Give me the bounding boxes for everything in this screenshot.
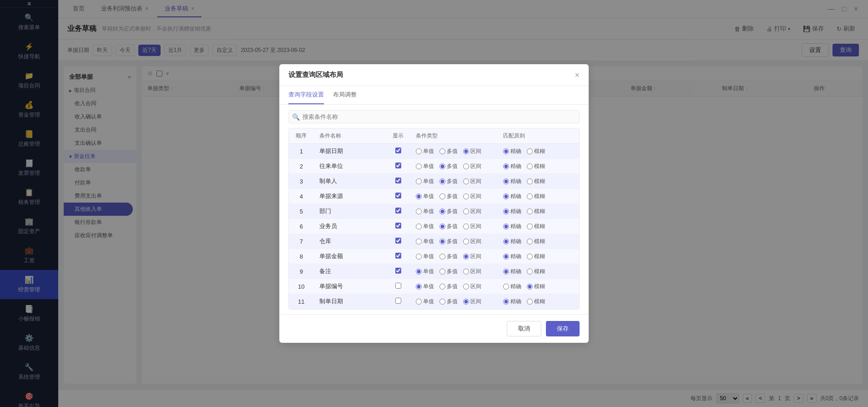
row-condtype-9[interactable]: 单值多值区间 xyxy=(410,264,498,279)
match-模糊-2[interactable]: 模糊 xyxy=(527,163,545,170)
match-模糊-5[interactable]: 模糊 xyxy=(527,208,545,215)
condtype-单值-11[interactable]: 单值 xyxy=(416,298,434,305)
condtype-多值-7[interactable]: 多值 xyxy=(439,238,458,245)
match-模糊-4[interactable]: 模糊 xyxy=(527,193,545,200)
row-condtype-4[interactable]: 单值多值区间 xyxy=(410,189,498,204)
match-模糊-11[interactable]: 模糊 xyxy=(527,298,545,305)
row-condtype-6[interactable]: 单值多值区间 xyxy=(410,219,498,234)
show-checkbox-5[interactable] xyxy=(395,208,401,214)
show-checkbox-11[interactable] xyxy=(395,298,401,304)
match-精确-7[interactable]: 精确 xyxy=(503,238,521,245)
condtype-单值-10[interactable]: 单值 xyxy=(416,283,434,290)
condtype-单值-7[interactable]: 单值 xyxy=(416,238,434,245)
condtype-单值-9[interactable]: 单值 xyxy=(416,268,434,275)
condtype-多值-10[interactable]: 多值 xyxy=(439,283,458,290)
row-match-10[interactable]: 精确模糊 xyxy=(498,279,579,294)
condtype-区间-5[interactable]: 区间 xyxy=(463,208,481,215)
row-show-5[interactable] xyxy=(386,204,410,219)
show-checkbox-4[interactable] xyxy=(395,193,401,198)
condtype-多值-4[interactable]: 多值 xyxy=(439,193,458,200)
match-精确-3[interactable]: 精确 xyxy=(503,178,521,185)
condtype-单值-1[interactable]: 单值 xyxy=(416,148,434,155)
row-condtype-5[interactable]: 单值多值区间 xyxy=(410,204,498,219)
tab-layout-adjust[interactable]: 布局调整 xyxy=(333,86,357,104)
dialog-overlay[interactable]: 设置查询区域布局 × 查询字段设置 布局调整 🔍 xyxy=(0,0,868,407)
row-show-6[interactable] xyxy=(386,219,410,234)
match-精确-6[interactable]: 精确 xyxy=(503,223,521,230)
row-match-5[interactable]: 精确模糊 xyxy=(498,204,579,219)
show-checkbox-10[interactable] xyxy=(395,283,401,289)
condtype-区间-1[interactable]: 区间 xyxy=(463,148,481,155)
row-condtype-1[interactable]: 单值多值区间 xyxy=(410,144,498,159)
tab-query-fields[interactable]: 查询字段设置 xyxy=(288,86,324,104)
condtype-多值-5[interactable]: 多值 xyxy=(439,208,458,215)
match-模糊-7[interactable]: 模糊 xyxy=(527,238,545,245)
row-show-11[interactable] xyxy=(386,294,410,309)
match-模糊-9[interactable]: 模糊 xyxy=(527,268,545,275)
row-match-2[interactable]: 精确模糊 xyxy=(498,159,579,174)
condtype-区间-2[interactable]: 区间 xyxy=(463,163,481,170)
row-show-2[interactable] xyxy=(386,159,410,174)
match-模糊-6[interactable]: 模糊 xyxy=(527,223,545,230)
show-checkbox-2[interactable] xyxy=(395,163,401,168)
row-condtype-11[interactable]: 单值多值区间 xyxy=(410,294,498,309)
match-模糊-10[interactable]: 模糊 xyxy=(527,283,545,290)
row-show-7[interactable] xyxy=(386,234,410,249)
condtype-单值-8[interactable]: 单值 xyxy=(416,253,434,260)
row-match-11[interactable]: 精确模糊 xyxy=(498,294,579,309)
condtype-多值-11[interactable]: 多值 xyxy=(439,298,458,305)
show-checkbox-7[interactable] xyxy=(395,238,401,244)
row-show-1[interactable] xyxy=(386,144,410,159)
row-condtype-7[interactable]: 单值多值区间 xyxy=(410,234,498,249)
match-精确-4[interactable]: 精确 xyxy=(503,193,521,200)
condtype-多值-2[interactable]: 多值 xyxy=(439,163,458,170)
row-show-10[interactable] xyxy=(386,279,410,294)
cancel-button[interactable]: 取消 xyxy=(507,321,541,336)
row-condtype-10[interactable]: 单值多值区间 xyxy=(410,279,498,294)
dialog-save-button[interactable]: 保存 xyxy=(546,321,580,336)
condtype-区间-4[interactable]: 区间 xyxy=(463,193,481,200)
condition-search-input[interactable] xyxy=(288,110,580,123)
dialog-close-button[interactable]: × xyxy=(575,71,580,79)
condtype-区间-8[interactable]: 区间 xyxy=(463,253,481,260)
match-精确-11[interactable]: 精确 xyxy=(503,298,521,305)
match-模糊-8[interactable]: 模糊 xyxy=(527,253,545,260)
show-checkbox-9[interactable] xyxy=(395,268,401,274)
condtype-区间-3[interactable]: 区间 xyxy=(463,178,481,185)
condtype-区间-9[interactable]: 区间 xyxy=(463,268,481,275)
row-match-3[interactable]: 精确模糊 xyxy=(498,174,579,189)
condtype-单值-2[interactable]: 单值 xyxy=(416,163,434,170)
row-match-9[interactable]: 精确模糊 xyxy=(498,264,579,279)
match-精确-1[interactable]: 精确 xyxy=(503,148,521,155)
match-精确-9[interactable]: 精确 xyxy=(503,268,521,275)
row-show-8[interactable] xyxy=(386,249,410,264)
match-精确-2[interactable]: 精确 xyxy=(503,163,521,170)
row-condtype-8[interactable]: 单值多值区间 xyxy=(410,249,498,264)
condtype-区间-11[interactable]: 区间 xyxy=(463,298,481,305)
row-match-8[interactable]: 精确模糊 xyxy=(498,249,579,264)
row-match-1[interactable]: 精确模糊 xyxy=(498,144,579,159)
condtype-多值-3[interactable]: 多值 xyxy=(439,178,458,185)
show-checkbox-3[interactable] xyxy=(395,178,401,183)
match-模糊-3[interactable]: 模糊 xyxy=(527,178,545,185)
row-match-7[interactable]: 精确模糊 xyxy=(498,234,579,249)
show-checkbox-6[interactable] xyxy=(395,223,401,229)
condtype-单值-5[interactable]: 单值 xyxy=(416,208,434,215)
show-checkbox-1[interactable] xyxy=(395,148,401,153)
row-condtype-2[interactable]: 单值多值区间 xyxy=(410,159,498,174)
match-精确-10[interactable]: 精确 xyxy=(503,283,521,290)
condtype-多值-1[interactable]: 多值 xyxy=(439,148,458,155)
condtype-区间-10[interactable]: 区间 xyxy=(463,283,481,290)
row-show-3[interactable] xyxy=(386,174,410,189)
row-match-6[interactable]: 精确模糊 xyxy=(498,219,579,234)
match-精确-5[interactable]: 精确 xyxy=(503,208,521,215)
condtype-单值-3[interactable]: 单值 xyxy=(416,178,434,185)
match-模糊-1[interactable]: 模糊 xyxy=(527,148,545,155)
row-match-4[interactable]: 精确模糊 xyxy=(498,189,579,204)
row-show-4[interactable] xyxy=(386,189,410,204)
row-condtype-3[interactable]: 单值多值区间 xyxy=(410,174,498,189)
row-show-9[interactable] xyxy=(386,264,410,279)
condtype-单值-4[interactable]: 单值 xyxy=(416,193,434,200)
match-精确-8[interactable]: 精确 xyxy=(503,253,521,260)
show-checkbox-8[interactable] xyxy=(395,253,401,259)
